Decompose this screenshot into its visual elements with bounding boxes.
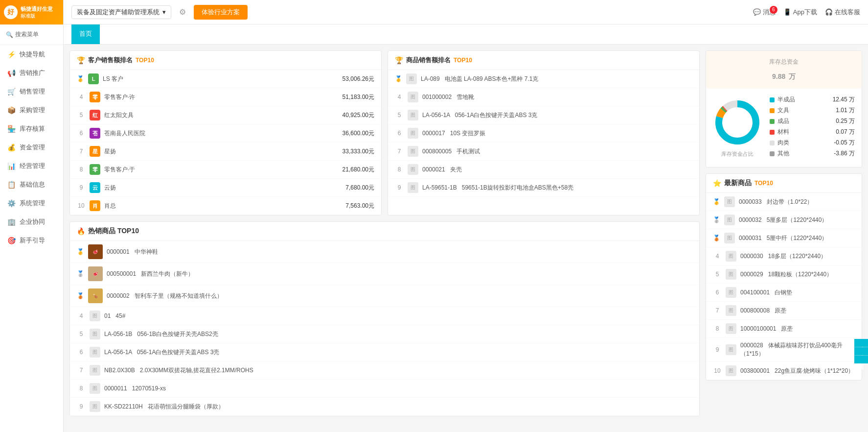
product-icon: 图 <box>406 73 417 84</box>
float-btn-live[interactable]: 直播 <box>854 356 868 363</box>
product-icon: 图 <box>90 365 100 376</box>
sidebar-item-basic[interactable]: 📋 基础信息 <box>0 175 63 194</box>
product-thumbnail: 🍗 <box>88 288 103 303</box>
sidebar-search-section[interactable]: 🔍 搜索菜单 <box>0 24 63 45</box>
medal-icon <box>395 75 402 82</box>
sidebar-item-finance[interactable]: 💰 资金管理 <box>0 138 63 157</box>
product-icon: 图 <box>408 182 418 193</box>
list-item: 9 图 0000028 体械蒜核味苏打饮品400毫升（1*15） <box>706 338 862 362</box>
trophy-icon: 🏆 <box>77 56 85 64</box>
legend-item: 材料 0.07 万 <box>770 128 855 136</box>
product-icon: 图 <box>726 365 736 376</box>
sidebar-item-operation[interactable]: 📊 经营管理 <box>0 157 63 175</box>
customer-badge: 云 <box>90 182 100 193</box>
sidebar-item-inventory[interactable]: 🏪 库存核算 <box>0 120 63 138</box>
medal-icon <box>713 216 720 223</box>
sidebar-nav: ⚡ 快捷导航 📢 营销推广 🛒 销售管理 📦 采购管理 🏪 库存核算 💰 资金管… <box>0 45 63 432</box>
system-icon: ⚙️ <box>7 199 16 208</box>
new-products-list: 图 0000033 封边带（1.0*22） 图 0000032 5厘多层（122… <box>706 193 862 380</box>
product-icon: 图 <box>90 383 100 394</box>
product-thumbnail: 🥩 <box>88 244 103 259</box>
product-icon: 图 <box>724 215 735 225</box>
sidebar: 好 畅捷通好生意 标准版 🔍 搜索菜单 ⚡ 快捷导航 📢 营销推广 🛒 销售管理… <box>0 0 64 432</box>
company-icon: 🏢 <box>7 217 16 226</box>
top-header: 装备及固定资产辅助管理系统 ▾ ⚙ 体验行业方案 💬 消息 6 📱 App下载 … <box>64 0 868 24</box>
chart-label: 库存资金占比 <box>713 150 762 158</box>
list-item: 6 图 0000017 10S 变扭罗振 <box>388 124 699 143</box>
customer-badge: 红 <box>90 110 100 120</box>
message-button[interactable]: 💬 消息 6 <box>753 8 776 17</box>
customer-badge: 肖 <box>90 200 100 211</box>
inventory-icon: 🏪 <box>7 124 16 133</box>
tab-home[interactable]: 首页 <box>71 24 100 44</box>
app-download-button[interactable]: 📱 App下载 <box>783 8 817 17</box>
list-item: 4 图 001000002 雪地靴 <box>388 88 699 106</box>
list-item: 图 0000032 5厘多层（1220*2440） <box>706 211 862 229</box>
trial-button[interactable]: 体验行业方案 <box>194 5 248 20</box>
float-buttons: 客服热线 服务社区 直播 <box>854 339 868 363</box>
new-products-panel: ⭐ 最新商品 TOP10 图 0000033 封边带（1.0*22） 图 000… <box>706 173 862 381</box>
product-icon: 图 <box>726 269 736 280</box>
list-item: 6 苍 苍南县人民医院 36,600.00元 <box>70 124 381 143</box>
list-item: 4 图 01 45# <box>70 307 699 325</box>
main-area: 装备及固定资产辅助管理系统 ▾ ⚙ 体验行业方案 💬 消息 6 📱 App下载 … <box>64 0 868 432</box>
float-btn-community[interactable]: 服务社区 <box>854 347 868 356</box>
right-column: 库存总资金 9.88 万 <box>706 50 862 426</box>
product-icon: 图 <box>724 196 735 207</box>
list-item: 8 图 0000011 12070519-xs <box>70 380 699 398</box>
float-btn-service[interactable]: 客服热线 <box>854 339 868 347</box>
legend-dot-material <box>770 130 775 135</box>
donut-chart: 库存资金占比 <box>713 98 762 158</box>
product-sales-top10-header: 🏆 商品销售额排名 TOP10 <box>388 51 699 70</box>
header-right: 💬 消息 6 📱 App下载 🎧 在线客服 <box>753 8 860 17</box>
sidebar-item-purchase[interactable]: 📦 采购管理 <box>0 101 63 120</box>
medal-icon <box>77 270 84 277</box>
sidebar-item-company[interactable]: 🏢 企业协同 <box>0 213 63 231</box>
customer-badge: 苍 <box>90 128 100 139</box>
list-item: 🥩 0000001 中华神鞋 <box>70 241 699 263</box>
online-service-button[interactable]: 🎧 在线客服 <box>825 8 860 17</box>
product-icon: 图 <box>726 287 736 298</box>
list-item: 9 云 云扬 7,680.00元 <box>70 179 381 197</box>
system-selector[interactable]: 装备及固定资产辅助管理系统 ▾ <box>71 5 171 19</box>
message-badge: 6 <box>770 6 777 14</box>
product-icon: 图 <box>726 305 736 316</box>
list-item: 9 图 KK-SD22110H 花语萌恒温分腿睡袋（厚款） <box>70 398 699 416</box>
logo-icon: 好 <box>4 5 18 19</box>
sidebar-item-guide[interactable]: 🎯 新手引导 <box>0 231 63 250</box>
customer-rank-list: L LS 客户 53,006.26元 4 零 零售客户·许 51,183.00元… <box>70 70 381 215</box>
search-menu-button[interactable]: 🔍 搜索菜单 <box>4 28 59 41</box>
list-item: 7 星 星扬 33,333.00元 <box>70 143 381 161</box>
sidebar-item-system[interactable]: ⚙️ 系统管理 <box>0 194 63 213</box>
inventory-total-label: 库存总资金 <box>713 58 855 66</box>
guide-icon: 🎯 <box>7 236 16 245</box>
legend-dot-stationery <box>770 108 775 113</box>
legend-item: 肉类 -0.05 万 <box>770 139 855 147</box>
customer-badge: L <box>88 73 99 84</box>
chevron-down-icon: ▾ <box>162 8 166 16</box>
content-area: 🏆 客户销售额排名 TOP10 L LS 客户 53,006.26元 4 <box>64 45 868 432</box>
product-icon: 图 <box>726 251 736 262</box>
sidebar-item-marketing[interactable]: 📢 营销推广 <box>0 64 63 82</box>
product-sales-top10-panel: 🏆 商品销售额排名 TOP10 图 LA-089 电池盖 LA-089 ABS本… <box>388 50 700 216</box>
list-item: 图 LA-089 电池盖 LA-089 ABS本色+黑种 7.1克 <box>388 70 699 88</box>
gear-button[interactable]: ⚙ <box>177 5 188 19</box>
medal-icon <box>77 248 84 255</box>
sidebar-item-shortcut[interactable]: ⚡ 快捷导航 <box>0 45 63 64</box>
search-icon: 🔍 <box>6 31 13 38</box>
list-item: 8 图 0000021 夹壳 <box>388 161 699 179</box>
sidebar-logo: 好 畅捷通好生意 标准版 <box>0 0 63 24</box>
marketing-icon: 📢 <box>7 69 16 77</box>
new-products-header: ⭐ 最新商品 TOP10 <box>706 174 862 193</box>
product-icon: 图 <box>90 401 100 412</box>
top-row: 🏆 客户销售额排名 TOP10 L LS 客户 53,006.26元 4 <box>69 50 700 216</box>
inventory-total-value: 9.88 万 <box>713 68 855 82</box>
list-item: 8 零 零售客户·于 21,680.00元 <box>70 161 381 179</box>
list-item: 6 图 LA-056-1A 056-1A白色按键开关盖ABS 3壳 <box>70 343 699 361</box>
product-icon: 图 <box>724 233 735 243</box>
product-icon: 图 <box>408 128 418 139</box>
customer-badge: 零 <box>90 92 100 102</box>
sidebar-item-sales[interactable]: 🛒 销售管理 <box>0 82 63 101</box>
legend-dot-finished <box>770 119 775 124</box>
page-tabs: 首页 <box>64 24 868 45</box>
